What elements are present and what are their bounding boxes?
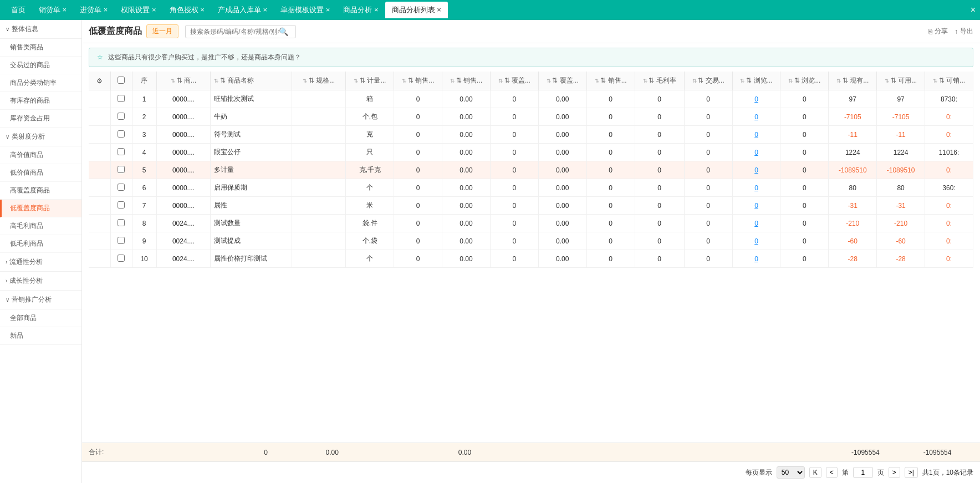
cell-check[interactable]	[110, 90, 132, 108]
row-checkbox[interactable]	[118, 95, 125, 102]
col-code[interactable]: ⇅ 商...	[156, 72, 211, 90]
search-icon[interactable]: 🔍	[279, 27, 288, 36]
table-header-row: ⚙ 序 ⇅ 商... ⇅ 商品名称 ⇅ 规格... ⇅ 计量... ⇅ 销售..…	[89, 72, 973, 90]
page-prev-btn[interactable]: <	[826, 467, 838, 478]
cell-gross-rate: 0	[635, 197, 684, 215]
cell-check[interactable]	[110, 179, 132, 197]
col-sales-x[interactable]: ⇅ 销售...	[586, 72, 635, 90]
nav-permission[interactable]: 权限设置 ×	[114, 2, 162, 18]
sidebar-item-sales-goods[interactable]: 销售类商品	[0, 39, 81, 57]
share-button[interactable]: ⎘ 分享	[928, 27, 948, 36]
col-available[interactable]: ⇅ 可用...	[877, 72, 925, 90]
row-checkbox[interactable]	[118, 237, 125, 244]
cell-check[interactable]	[110, 232, 132, 250]
cell-browse1[interactable]: 0	[732, 126, 780, 144]
cell-check[interactable]	[110, 144, 132, 161]
nav-home[interactable]: 首页	[4, 2, 32, 18]
row-checkbox[interactable]	[118, 166, 125, 173]
cell-saleable: 0:	[925, 215, 973, 232]
col-cover1[interactable]: ⇅ 覆盖...	[490, 72, 538, 90]
cell-browse1[interactable]: 0	[732, 161, 780, 179]
col-gross-rate[interactable]: ⇅ 毛利率	[635, 72, 684, 90]
nav-sales[interactable]: 销货单 ×	[32, 2, 73, 18]
page-first-btn[interactable]: K	[809, 467, 821, 478]
cell-browse1[interactable]: 0	[732, 144, 780, 161]
cell-check[interactable]	[110, 126, 132, 144]
col-sales-amount[interactable]: ⇅ 销售...	[442, 72, 491, 90]
row-checkbox[interactable]	[118, 184, 125, 191]
page-word: 第	[842, 468, 849, 477]
col-unit[interactable]: ⇅ 计量...	[346, 72, 394, 90]
col-saleable[interactable]: ⇅ 可销...	[925, 72, 973, 90]
nav-analysis-list[interactable]: 商品分析列表 ×	[385, 2, 448, 18]
col-browse2[interactable]: ⇅ 浏览...	[780, 72, 829, 90]
sidebar-section-overall[interactable]: ∨ 整体信息	[0, 20, 81, 39]
cell-browse1[interactable]: 0	[732, 197, 780, 215]
nav-analysis[interactable]: 商品分析 ×	[336, 2, 385, 18]
sidebar-section-growth[interactable]: › 成长性分析	[0, 272, 81, 291]
col-cover2[interactable]: ⇅ 覆盖...	[538, 72, 586, 90]
cell-browse1[interactable]: 0	[732, 90, 780, 108]
sidebar-item-low-value[interactable]: 低价值商品	[0, 164, 81, 182]
window-close-btn[interactable]: ×	[971, 5, 976, 15]
table-row: 3 0000.... 符号测试 克 0 0.00 0 0.00 0 0 0 0 …	[89, 126, 973, 144]
col-trade[interactable]: ⇅ 交易...	[684, 72, 732, 90]
sidebar-item-stock-capital[interactable]: 库存资金占用	[0, 110, 81, 128]
sidebar-item-low-margin[interactable]: 低毛利商品	[0, 235, 81, 253]
sidebar-item-high-coverage[interactable]: 高覆盖度商品	[0, 182, 81, 200]
sidebar-item-low-coverage[interactable]: 低覆盖度商品	[0, 200, 81, 217]
cell-browse1[interactable]: 0	[732, 215, 780, 232]
cell-check[interactable]	[110, 161, 132, 179]
col-browse1[interactable]: ⇅ 浏览...	[732, 72, 780, 90]
page-last-btn[interactable]: >|	[905, 467, 918, 478]
cell-browse1[interactable]: 0	[732, 108, 780, 126]
cell-settings	[89, 108, 110, 126]
sidebar-item-stocked[interactable]: 有库存的商品	[0, 92, 81, 110]
col-settings[interactable]: ⚙	[89, 72, 110, 90]
cell-cover1: 0	[490, 90, 538, 108]
col-sales-count[interactable]: ⇅ 销售...	[394, 72, 442, 90]
cell-name: 测试数量	[211, 215, 292, 232]
row-checkbox[interactable]	[118, 113, 125, 120]
sidebar-item-new-goods[interactable]: 新品	[0, 327, 81, 345]
cell-saleable: 0:	[925, 126, 973, 144]
sidebar-section-coverage[interactable]: ∨ 类射度分析	[0, 128, 81, 146]
cell-browse1[interactable]: 0	[732, 179, 780, 197]
cell-check[interactable]	[110, 197, 132, 215]
time-filter-button[interactable]: 近一月	[146, 24, 178, 38]
sidebar-item-traded[interactable]: 交易过的商品	[0, 57, 81, 74]
page-next-btn[interactable]: >	[889, 467, 900, 478]
sidebar-item-high-margin[interactable]: 高毛利商品	[0, 217, 81, 235]
col-spec[interactable]: ⇅ 规格...	[292, 72, 346, 90]
cell-check[interactable]	[110, 250, 132, 268]
sidebar-item-category-rate[interactable]: 商品分类动销率	[0, 74, 81, 92]
sidebar-section-circulation[interactable]: › 流通性分析	[0, 253, 81, 272]
cell-check[interactable]	[110, 108, 132, 126]
cell-browse1[interactable]: 0	[732, 232, 780, 250]
col-current[interactable]: ⇅ 现有...	[829, 72, 877, 90]
nav-role[interactable]: 角色授权 ×	[163, 2, 211, 18]
col-name[interactable]: ⇅ 商品名称	[211, 72, 292, 90]
nav-product-inbound[interactable]: 产成品入库单 ×	[211, 2, 274, 18]
check-all-checkbox[interactable]	[118, 77, 125, 84]
cell-check[interactable]	[110, 215, 132, 232]
nav-purchase[interactable]: 进货单 ×	[73, 2, 114, 18]
sidebar-item-all-goods[interactable]: 全部商品	[0, 309, 81, 327]
page-size-select[interactable]: 50 20 100	[777, 466, 805, 479]
cell-trade: 0	[684, 90, 732, 108]
row-checkbox[interactable]	[118, 201, 125, 209]
row-checkbox[interactable]	[118, 219, 125, 226]
col-check-all[interactable]	[110, 72, 132, 90]
row-checkbox[interactable]	[118, 255, 125, 262]
sidebar-item-high-value[interactable]: 高价值商品	[0, 146, 81, 164]
page-number-input[interactable]	[853, 467, 873, 478]
sidebar-section-marketing[interactable]: ∨ 营销推广分析	[0, 291, 81, 309]
search-input[interactable]	[190, 28, 279, 35]
cell-browse1[interactable]: 0	[732, 250, 780, 268]
top-nav: 首页 销货单 × 进货单 × 权限设置 × 角色授权 × 产成品入库单 × 单据…	[0, 0, 980, 20]
row-checkbox[interactable]	[118, 130, 125, 138]
row-checkbox[interactable]	[118, 148, 125, 155]
nav-template[interactable]: 单据模板设置 ×	[274, 2, 336, 18]
export-button[interactable]: ↑ 导出	[955, 27, 973, 36]
cell-no: 1	[132, 90, 156, 108]
